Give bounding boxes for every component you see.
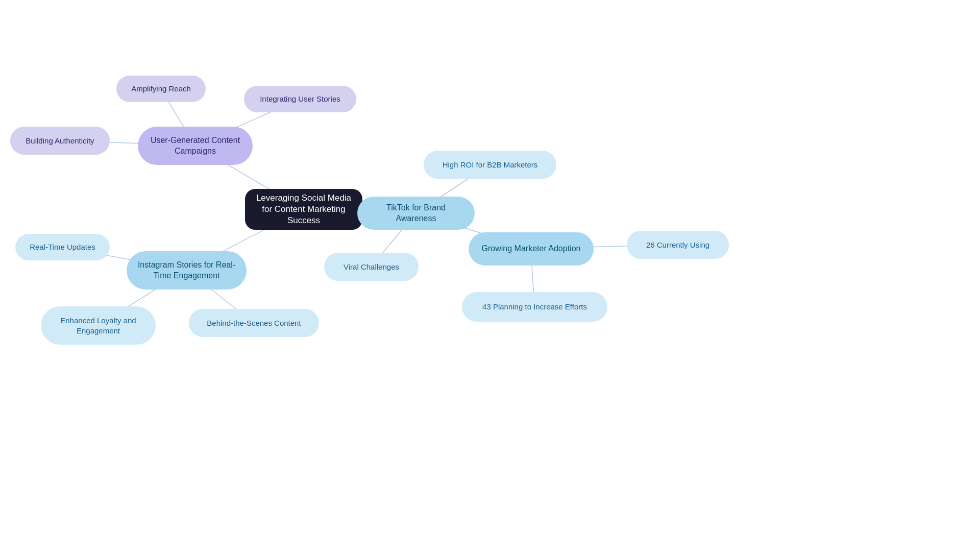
- realtime-node: Real-Time Updates: [15, 234, 110, 260]
- center-label: Leveraging Social Media for Content Mark…: [255, 193, 352, 226]
- amplifying-label: Amplifying Reach: [131, 84, 191, 94]
- behind-label: Behind-the-Scenes Content: [207, 318, 301, 328]
- amplifying-node: Amplifying Reach: [116, 76, 206, 102]
- enhanced-label: Enhanced Loyalty and Engagement: [51, 316, 145, 335]
- planning-node: 43 Planning to Increase Efforts: [462, 292, 607, 322]
- instagram-node: Instagram Stories for Real-Time Engageme…: [127, 251, 247, 290]
- roi-node: High ROI for B2B Marketers: [424, 151, 556, 179]
- currently-node: 26 Currently Using: [627, 231, 729, 259]
- growing-node: Growing Marketer Adoption: [469, 232, 594, 266]
- ugc-node: User-Generated Content Campaigns: [138, 127, 253, 165]
- tiktok-label: TikTok for Brand Awareness: [368, 203, 464, 224]
- instagram-label: Instagram Stories for Real-Time Engageme…: [137, 260, 236, 281]
- integrating-node: Integrating User Stories: [244, 86, 356, 112]
- tiktok-node: TikTok for Brand Awareness: [357, 197, 475, 230]
- ugc-label: User-Generated Content Campaigns: [148, 135, 242, 157]
- planning-label: 43 Planning to Increase Efforts: [482, 302, 587, 312]
- viral-node: Viral Challenges: [324, 253, 419, 281]
- viral-label: Viral Challenges: [344, 262, 399, 272]
- behind-node: Behind-the-Scenes Content: [189, 309, 319, 337]
- roi-label: High ROI for B2B Marketers: [443, 160, 538, 170]
- growing-label: Growing Marketer Adoption: [482, 244, 581, 254]
- integrating-label: Integrating User Stories: [260, 94, 340, 104]
- enhanced-node: Enhanced Loyalty and Engagement: [41, 306, 156, 345]
- building-label: Building Authenticity: [26, 136, 94, 146]
- currently-label: 26 Currently Using: [646, 240, 709, 250]
- center-node: Leveraging Social Media for Content Mark…: [245, 189, 362, 230]
- realtime-label: Real-Time Updates: [30, 242, 95, 252]
- building-node: Building Authenticity: [10, 127, 110, 155]
